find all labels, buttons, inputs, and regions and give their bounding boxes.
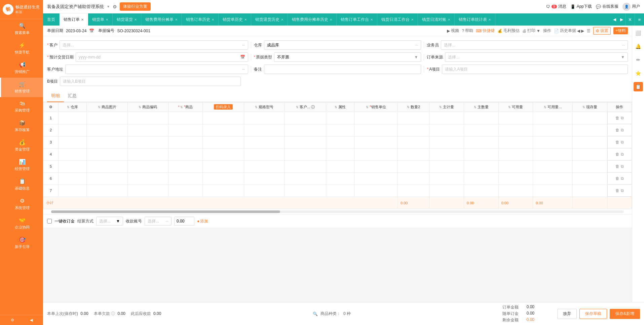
row-customer-code[interactable] <box>285 172 326 185</box>
delivery-input[interactable]: yyyy-mm-dd 📅 <box>76 52 248 62</box>
save-draft-button[interactable]: 保存草稿 <box>579 309 607 319</box>
th-available2[interactable]: ⇅ 可用量... <box>533 103 573 112</box>
nav-tab-销货单[interactable]: 销货单✕ <box>88 13 113 26</box>
row-main-qty[interactable] <box>464 124 499 136</box>
tab-right-arrow[interactable]: ▶ <box>618 13 625 26</box>
row-warehouse[interactable] <box>59 148 87 160</box>
row-copy-icon[interactable]: ⧉ <box>621 188 624 193</box>
row-unit[interactable] <box>354 112 398 124</box>
th-warehouse[interactable]: ⇅ 仓库 <box>59 103 87 112</box>
row-main-qty[interactable] <box>464 172 499 185</box>
gear-icon[interactable]: ⚙ <box>113 4 117 9</box>
th-stock[interactable]: ⇅ 现存量 <box>573 103 607 112</box>
th-product[interactable]: ⇅ *商品 <box>168 103 203 112</box>
row-attribute[interactable] <box>326 124 354 136</box>
row-customer-code[interactable] <box>285 136 326 148</box>
row-copy-icon[interactable]: ⧉ <box>621 164 624 169</box>
row-customer-code[interactable] <box>285 160 326 172</box>
row-main-qty[interactable] <box>464 148 499 160</box>
tab-close-icon[interactable]: ✕ <box>488 18 491 22</box>
sidebar-item-营销推广[interactable]: 📢营销推广 <box>0 58 43 78</box>
row-qty2[interactable] <box>398 172 429 185</box>
sidebar-item-新手引导[interactable]: 🎯新手引导 <box>0 233 43 253</box>
th-qty2[interactable]: ⇅ 数量2 <box>398 103 429 112</box>
nav-tab-销货退货历史[interactable]: 销货退货历史✕ <box>251 13 288 26</box>
row-warehouse[interactable] <box>59 124 87 136</box>
sidebar-item-采购管理[interactable]: 🛍采购管理 <box>0 97 43 116</box>
row-qty2[interactable] <box>398 136 429 148</box>
row-warehouse[interactable] <box>59 160 87 172</box>
tab-summary[interactable]: 汇总 <box>64 90 81 102</box>
warehouse-select[interactable]: 成品库 ··· <box>264 40 421 50</box>
nav-tab-销售订单统计表[interactable]: 销售订单统计表✕ <box>455 13 495 26</box>
row-product-code[interactable] <box>127 185 168 197</box>
tab-close-icon[interactable]: ✕ <box>370 18 373 22</box>
row-qty2[interactable] <box>398 112 429 124</box>
th-customer-code[interactable]: ⇅ 客户... ⓘ <box>285 103 326 112</box>
sidebar-item-快捷导航[interactable]: ⚡快捷导航 <box>0 39 43 58</box>
staff-input[interactable]: 选择... ··· <box>441 40 628 50</box>
row-copy-icon[interactable]: ⧉ <box>621 176 624 181</box>
th-product-image[interactable]: ⇅ 商品图片 <box>87 103 127 112</box>
row-product[interactable] <box>168 172 203 185</box>
row-product-code[interactable] <box>127 112 168 124</box>
nav-tab-钱货日清工作台[interactable]: 钱货日清工作台✕ <box>377 13 418 26</box>
sidebar-item-库存核算[interactable]: 📦库存核算 <box>0 116 43 136</box>
shortcut-btn[interactable]: ⌨ 快捷键 <box>476 28 495 34</box>
row-product[interactable] <box>168 112 203 124</box>
row-product-code[interactable] <box>127 136 168 148</box>
tab-detail[interactable]: 明细 <box>47 90 64 102</box>
row-product[interactable] <box>168 148 203 160</box>
row-attribute[interactable] <box>326 148 354 160</box>
row-attribute[interactable] <box>326 160 354 172</box>
row-unit[interactable] <box>354 148 398 160</box>
collapse-btn[interactable]: ◀ <box>30 318 33 322</box>
row-customer-code[interactable] <box>285 148 326 160</box>
row-unit[interactable] <box>354 136 398 148</box>
row-customer-code[interactable] <box>285 112 326 124</box>
sidebar-item-搜索菜单[interactable]: 🔍搜索菜单 <box>0 19 43 39</box>
nav-tab-销售订单工作台[interactable]: 销售订单工作台✕ <box>337 13 377 26</box>
row-spec[interactable] <box>244 160 285 172</box>
row-unit[interactable] <box>354 185 398 197</box>
row-customer-code[interactable] <box>285 185 326 197</box>
payment-amount[interactable] <box>174 217 194 226</box>
th-attribute[interactable]: ⇅ 属性 <box>326 103 354 112</box>
tab-close-icon[interactable]: ✕ <box>330 18 332 22</box>
nav-tab-销售订单[interactable]: 销售订单✕ <box>60 13 88 26</box>
row-copy-icon[interactable]: ⧉ <box>621 128 624 132</box>
settlement-select[interactable]: 选择... ▼ <box>96 217 123 226</box>
row-qty2[interactable] <box>398 148 429 160</box>
tab-close-icon[interactable]: ✕ <box>448 18 450 22</box>
history-prev[interactable]: ◀ <box>577 29 580 33</box>
tab-menu[interactable]: ≡ <box>635 13 644 26</box>
row-spec[interactable] <box>244 185 285 197</box>
settings-btn[interactable]: ⚙ 设置 <box>593 27 611 35</box>
right-icon-1[interactable]: ⬜ <box>634 28 643 38</box>
row-attribute[interactable] <box>326 185 354 197</box>
th-scan[interactable]: 扫码录入 <box>203 103 244 112</box>
row-delete-icon[interactable]: 🗑 <box>615 140 619 145</box>
account-select[interactable]: 选择... ··· <box>145 217 172 226</box>
th-available[interactable]: ⇅ 可用量 <box>498 103 533 112</box>
nav-tab-钱货日清对账[interactable]: 钱货日清对账✕ <box>418 13 455 26</box>
help-btn[interactable]: ? 帮助 <box>462 28 473 34</box>
th-product-code[interactable]: ⇅ 商品编码 <box>127 103 168 112</box>
save-new-button[interactable]: 保存&新增 <box>610 309 640 319</box>
sidebar-item-基础信息[interactable]: 📋基础信息 <box>0 175 43 194</box>
row-product[interactable] <box>168 136 203 148</box>
nav-tab-销售订单历史[interactable]: 销售订单历史✕ <box>182 13 219 26</box>
tab-close-icon[interactable]: ✕ <box>281 18 283 22</box>
row-warehouse[interactable] <box>59 136 87 148</box>
row-spec[interactable] <box>244 124 285 136</box>
th-main-qty[interactable]: ⇅ 主数量 <box>464 103 499 112</box>
online-support-action[interactable]: 💬 在线客服 <box>596 4 618 9</box>
industry-button[interactable]: 体验行业方案 <box>120 2 151 11</box>
user-action[interactable]: 👤 用户 <box>622 3 640 11</box>
row-product-image[interactable] <box>87 172 127 185</box>
profit-btn[interactable]: 💰 毛利预估 <box>497 28 520 34</box>
add-material-btn[interactable]: +物料 <box>613 27 628 34</box>
scroll-thumb[interactable] <box>51 210 280 213</box>
row-delete-icon[interactable]: 🗑 <box>615 164 619 169</box>
th-main-unit[interactable]: ⇅ 主计量 <box>429 103 464 112</box>
